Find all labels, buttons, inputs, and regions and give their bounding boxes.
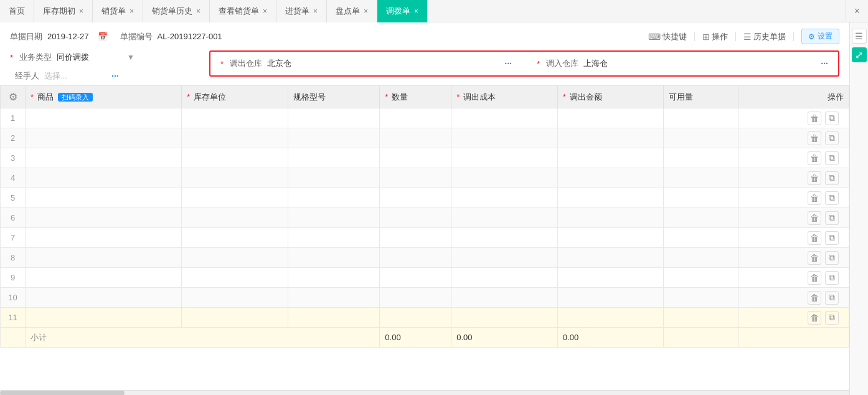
row-5-delete-icon[interactable]: 🗑	[808, 191, 821, 205]
row-11-spec[interactable]	[288, 308, 380, 328]
handler-input[interactable]: 选择...	[44, 70, 106, 82]
tab-inventory-init-close[interactable]: ×	[79, 7, 83, 16]
tab-transfer[interactable]: 调拨单 ×	[377, 0, 428, 22]
row-11-cost[interactable]	[451, 308, 558, 328]
row-3-delete-icon[interactable]: 🗑	[808, 151, 821, 165]
date-value[interactable]: 2019-12-27	[47, 32, 89, 41]
row-2-copy-icon[interactable]: ⧉	[825, 131, 839, 145]
row-7-product[interactable]	[26, 228, 182, 248]
row-10-unit[interactable]	[182, 288, 288, 308]
row-10-quantity[interactable]	[380, 288, 451, 308]
row-3-amount[interactable]	[557, 148, 664, 168]
setting-button[interactable]: ⚙ 设置	[801, 29, 839, 44]
row-3-copy-icon[interactable]: ⧉	[825, 151, 839, 165]
business-type-value[interactable]: 同价调拨	[57, 52, 119, 63]
row-8-delete-icon[interactable]: 🗑	[808, 251, 821, 265]
row-5-copy-icon[interactable]: ⧉	[825, 191, 839, 205]
row-3-product[interactable]	[26, 148, 182, 168]
row-9-spec[interactable]	[288, 268, 380, 288]
row-4-delete-icon[interactable]: 🗑	[808, 171, 821, 185]
tab-purchase-order[interactable]: 进货单 ×	[276, 0, 327, 22]
row-1-cost[interactable]	[451, 108, 558, 128]
row-8-amount[interactable]	[557, 248, 664, 268]
row-7-quantity[interactable]	[380, 228, 451, 248]
row-2-unit[interactable]	[182, 128, 288, 148]
tab-home[interactable]: 首页	[0, 0, 34, 22]
row-2-quantity[interactable]	[380, 128, 451, 148]
tab-sales-history[interactable]: 销货单历史 ×	[143, 0, 210, 22]
row-5-available[interactable]	[664, 188, 738, 208]
row-10-cost[interactable]	[451, 288, 558, 308]
warehouse-in-value[interactable]: 上海仓	[583, 58, 621, 69]
col-settings-header[interactable]: ⚙	[1, 86, 26, 108]
row-2-product[interactable]	[26, 128, 182, 148]
warehouse-out-more-btn[interactable]: ···	[504, 59, 512, 69]
row-4-cost[interactable]	[451, 168, 558, 188]
row-8-copy-icon[interactable]: ⧉	[825, 251, 839, 265]
row-1-amount[interactable]	[557, 108, 664, 128]
gear-icon[interactable]: ⚙	[6, 91, 20, 103]
horizontal-scrollbar[interactable]	[0, 390, 849, 395]
row-6-copy-icon[interactable]: ⧉	[825, 211, 839, 225]
row-10-spec[interactable]	[288, 288, 380, 308]
row-10-delete-icon[interactable]: 🗑	[808, 291, 821, 305]
row-3-spec[interactable]	[288, 148, 380, 168]
row-7-available[interactable]	[664, 228, 738, 248]
sidebar-expand-icon[interactable]: ⤢	[852, 47, 867, 62]
row-2-delete-icon[interactable]: 🗑	[808, 131, 821, 145]
sidebar-list-icon[interactable]: ☰	[852, 29, 867, 44]
row-8-product[interactable]	[26, 248, 182, 268]
row-9-quantity[interactable]	[380, 268, 451, 288]
tab-sales-history-close[interactable]: ×	[196, 7, 200, 16]
row-9-copy-icon[interactable]: ⧉	[825, 271, 839, 285]
tab-check-sales-close[interactable]: ×	[263, 7, 267, 16]
row-2-amount[interactable]	[557, 128, 664, 148]
row-1-copy-icon[interactable]: ⧉	[825, 112, 839, 125]
row-9-amount[interactable]	[557, 268, 664, 288]
row-10-copy-icon[interactable]: ⧉	[825, 291, 839, 305]
row-4-copy-icon[interactable]: ⧉	[825, 171, 839, 185]
row-3-cost[interactable]	[451, 148, 558, 168]
row-9-cost[interactable]	[451, 268, 558, 288]
row-2-spec[interactable]	[288, 128, 380, 148]
row-7-unit[interactable]	[182, 228, 288, 248]
tab-inventory-init[interactable]: 库存期初 ×	[34, 0, 93, 22]
row-11-amount[interactable]	[557, 308, 664, 328]
operations-action[interactable]: ⊞ 操作	[702, 31, 728, 42]
row-11-quantity[interactable]	[380, 308, 451, 328]
row-8-unit[interactable]	[182, 248, 288, 268]
row-6-quantity[interactable]	[380, 208, 451, 228]
row-6-delete-icon[interactable]: 🗑	[808, 211, 821, 225]
row-4-unit[interactable]	[182, 168, 288, 188]
row-8-cost[interactable]	[451, 248, 558, 268]
row-1-product[interactable]	[26, 108, 182, 128]
row-4-product[interactable]	[26, 168, 182, 188]
row-5-product[interactable]	[26, 188, 182, 208]
tab-purchase-order-close[interactable]: ×	[313, 7, 318, 16]
row-1-spec[interactable]	[288, 108, 380, 128]
tab-bar-close-button[interactable]: ×	[846, 0, 868, 22]
row-1-quantity[interactable]	[380, 108, 451, 128]
handler-more-btn[interactable]: ···	[111, 71, 119, 81]
tab-transfer-close[interactable]: ×	[414, 7, 418, 16]
row-9-unit[interactable]	[182, 268, 288, 288]
row-6-product[interactable]	[26, 208, 182, 228]
row-5-quantity[interactable]	[380, 188, 451, 208]
row-7-cost[interactable]	[451, 228, 558, 248]
row-11-available[interactable]	[664, 308, 738, 328]
row-9-product[interactable]	[26, 268, 182, 288]
tab-sales-order[interactable]: 销货单 ×	[93, 0, 143, 22]
tab-inventory-check[interactable]: 盘点单 ×	[327, 0, 377, 22]
row-8-spec[interactable]	[288, 248, 380, 268]
row-1-available[interactable]	[664, 108, 738, 128]
row-2-cost[interactable]	[451, 128, 558, 148]
business-type-dropdown[interactable]: ▼	[124, 50, 138, 64]
row-8-quantity[interactable]	[380, 248, 451, 268]
row-11-unit[interactable]	[182, 308, 288, 328]
row-9-available[interactable]	[664, 268, 738, 288]
row-6-unit[interactable]	[182, 208, 288, 228]
row-1-delete-icon[interactable]: 🗑	[808, 112, 821, 125]
row-5-unit[interactable]	[182, 188, 288, 208]
row-10-product[interactable]	[26, 288, 182, 308]
calendar-icon[interactable]: 📅	[98, 32, 108, 41]
